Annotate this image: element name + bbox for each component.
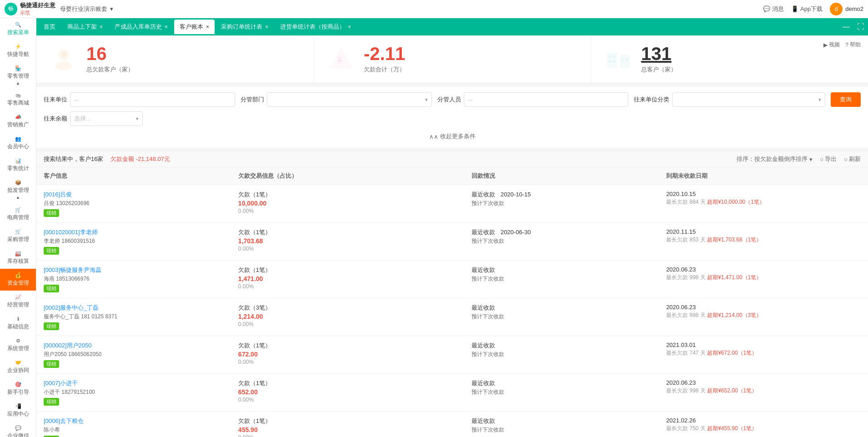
sort-selector[interactable]: 排序：按欠款金额倒序排序 ▾ xyxy=(737,155,813,163)
tab-customer-account-close[interactable]: × xyxy=(206,24,209,30)
tab-customer-account[interactable]: 客户账本 × xyxy=(174,20,215,34)
tab-home[interactable]: 首页 xyxy=(38,20,61,34)
tab-production-history[interactable]: 产成品入库单历史 × xyxy=(109,20,173,34)
manager-input[interactable]: ··· xyxy=(464,92,629,107)
recovery-next-0: 预计下次收款 xyxy=(472,200,666,207)
help-btn[interactable]: ? 帮助 xyxy=(845,41,861,49)
system-icon: ⚙ xyxy=(2,338,34,344)
customer-name-3[interactable]: [0002]服务中心_丁磊 xyxy=(44,304,99,311)
sidebar-item-search[interactable]: 🔍 搜索菜单 xyxy=(0,18,36,40)
video-btn[interactable]: ▶ 视频 xyxy=(823,41,840,49)
sidebar-item-batch-mgmt[interactable]: 📦 批发管理 ▲ xyxy=(0,176,36,203)
recovery-recent-2: 最近收款 xyxy=(472,266,666,274)
top-bar-left: 畅 畅捷通好生意 示范 母婴行业演示账套 ▾ xyxy=(5,1,113,16)
sidebar-retail-mgmt-label: 零售管理 xyxy=(2,72,34,80)
sidebar-marketing-label: 营销推广 xyxy=(2,121,34,129)
sidebar-item-basic-info[interactable]: ℹ 基础信息 xyxy=(0,312,36,334)
sidebar-item-quick-nav[interactable]: ⚡ 快捷导航 xyxy=(0,40,36,62)
from-unit-input[interactable]: ··· xyxy=(70,92,235,107)
customer-sub-0: 吕俊 13026203696 xyxy=(44,200,238,207)
sidebar-item-enterprise-coop[interactable]: 🤝 企业协同 xyxy=(0,356,36,378)
stat-card-debt-total: ¥ -2.11 欠款合计（万） xyxy=(314,35,591,83)
tab-product-shelf[interactable]: 商品上下架 × xyxy=(62,20,108,34)
logo-area: 畅 畅捷通好生意 示范 xyxy=(5,1,55,16)
search-button[interactable]: 查询 xyxy=(831,92,861,107)
svg-point-1 xyxy=(55,61,72,70)
stat-total-customers-info: 131 总客户（家） xyxy=(641,45,677,74)
sidebar-item-inventory[interactable]: 🏭 库存核算 xyxy=(0,247,36,269)
sidebar-item-retail-stats[interactable]: 📊 零售统计 xyxy=(0,154,36,176)
result-text: 搜索结果中，客户16家 xyxy=(44,156,103,162)
customer-info-4: [000002]用户2050 用户2050 18665062050 现销 xyxy=(44,342,238,368)
operations-icon: 📈 xyxy=(2,294,34,300)
company-name: 母婴行业演示账套 xyxy=(60,5,107,13)
sidebar-item-retail-mgmt[interactable]: 🏪 零售管理 ▲ xyxy=(0,62,36,89)
overdue-amount-2[interactable]: 超期¥1,471.00（1笔） xyxy=(707,274,762,281)
customer-sub-5: 小进干 18279152100 xyxy=(44,388,238,396)
tab-maximize-btn[interactable]: ⛶ xyxy=(855,23,866,31)
table-row: [000002]用户2050 用户2050 18665062050 现销 欠款（… xyxy=(36,336,868,374)
debt-amount-5: 652.00 xyxy=(238,388,472,396)
app-icon: 📱 xyxy=(791,5,798,12)
company-selector[interactable]: 母婴行业演示账套 ▾ xyxy=(60,5,113,13)
sidebar-item-enterprise-wechat[interactable]: 💬 企业微信 xyxy=(0,422,36,437)
debt-info-1: 欠款（1笔） 1,703.68 0.00% xyxy=(238,228,472,252)
tab-import-stats[interactable]: 进货单统计表（按商品） × xyxy=(275,20,356,34)
from-unit-dots: ··· xyxy=(74,96,79,103)
overdue-amount-1[interactable]: 超期¥1,703.68（1笔） xyxy=(707,236,762,243)
export-label: 导出 xyxy=(825,155,837,163)
refresh-btn[interactable]: ○ 刷新 xyxy=(844,155,861,163)
debt-label-0: 欠款（1笔） xyxy=(238,191,472,199)
collapse-btn[interactable]: ∧∧ 收起更多条件 xyxy=(429,131,476,142)
sidebar-item-members[interactable]: 👥 会员中心 xyxy=(0,132,36,154)
sidebar-item-finance[interactable]: 💰 资金管理 xyxy=(0,269,36,291)
tab-minimize-btn[interactable]: — xyxy=(841,23,852,31)
sidebar-system-label: 系统管理 xyxy=(2,345,34,352)
user-menu[interactable]: d demo2 xyxy=(830,3,863,15)
customer-name-2[interactable]: [0003]畅捷服务尹海蕊 xyxy=(44,266,101,273)
sidebar-item-new-guide[interactable]: 🎯 新手引导 xyxy=(0,378,36,400)
sidebar-item-operations[interactable]: 📈 经营管理 xyxy=(0,291,36,312)
tab-import-stats-close[interactable]: × xyxy=(348,24,351,30)
message-btn[interactable]: 💬 消息 xyxy=(763,5,784,13)
debt-percent-3: 0.00% xyxy=(238,321,472,327)
retail-mgmt-arrow: ▲ xyxy=(16,81,20,85)
recovery-info-1: 最近收款 2020-06-30 预计下次收款 xyxy=(472,228,666,245)
sidebar-item-retail-mall[interactable]: 🛍 零售商城 xyxy=(0,89,36,111)
tab-purchase-order-close[interactable]: × xyxy=(265,24,268,30)
app-download-btn[interactable]: 📱 App下载 xyxy=(791,5,823,13)
tab-production-history-close[interactable]: × xyxy=(165,24,168,30)
sidebar-item-system[interactable]: ⚙ 系统管理 xyxy=(0,334,36,356)
collapse-section: ∧∧ 收起更多条件 xyxy=(44,131,861,142)
customer-info-6: [0006]去下粮仓 陈小希 现销 xyxy=(44,417,238,437)
overdue-days-4: 最长欠款 747 天 超期¥672.00（1笔） xyxy=(666,349,861,357)
overdue-amount-3[interactable]: 超期¥1,214.00（3笔） xyxy=(707,312,762,318)
overdue-amount-5[interactable]: 超期¥652.00（1笔） xyxy=(707,387,757,394)
export-btn[interactable]: ○ 导出 xyxy=(820,155,837,163)
sidebar-item-app-center[interactable]: 📲 应用中心 xyxy=(0,400,36,422)
overdue-amount-4[interactable]: 超期¥672.00（1笔） xyxy=(707,350,757,356)
dept-select[interactable]: ▾ xyxy=(267,92,432,107)
sidebar-item-ecommerce[interactable]: 🛒 电商管理 xyxy=(0,203,36,225)
overdue-amount-0[interactable]: 超期¥10,000.00（1笔） xyxy=(707,199,765,205)
customer-name-5[interactable]: [0007]小进干 xyxy=(44,380,78,387)
svg-text:¥: ¥ xyxy=(61,50,67,59)
customer-name-1[interactable]: [0001020001]李老师 xyxy=(44,229,98,236)
filter-from-unit: 往来单位 ··· xyxy=(44,92,235,107)
recovery-info-3: 最近收款 预计下次收款 xyxy=(472,304,666,321)
sidebar-item-purchase-mgmt[interactable]: 🛒 采购管理 xyxy=(0,225,36,247)
tab-product-shelf-close[interactable]: × xyxy=(100,24,103,30)
overdue-amount-6[interactable]: 超期¥455.90（1笔） xyxy=(707,425,757,432)
customer-name-0[interactable]: [0016]吕俊 xyxy=(44,191,72,198)
svg-rect-6 xyxy=(620,55,630,68)
export-icon: ○ xyxy=(820,156,823,163)
dept-arrow: ▾ xyxy=(425,97,428,103)
unit-classify-select[interactable]: ▾ xyxy=(672,92,825,107)
customer-name-4[interactable]: [000002]用户2050 xyxy=(44,342,92,349)
stat-total-customers-label: 总客户（家） xyxy=(641,65,677,74)
app-subtitle: 示范 xyxy=(20,10,55,16)
tab-purchase-order[interactable]: 采购订单统计表 × xyxy=(216,20,274,34)
balance-select[interactable]: 选择... ▾ xyxy=(70,111,143,126)
customer-name-6[interactable]: [0006]去下粮仓 xyxy=(44,417,84,424)
sidebar-item-marketing[interactable]: 📣 营销推广 xyxy=(0,111,36,132)
